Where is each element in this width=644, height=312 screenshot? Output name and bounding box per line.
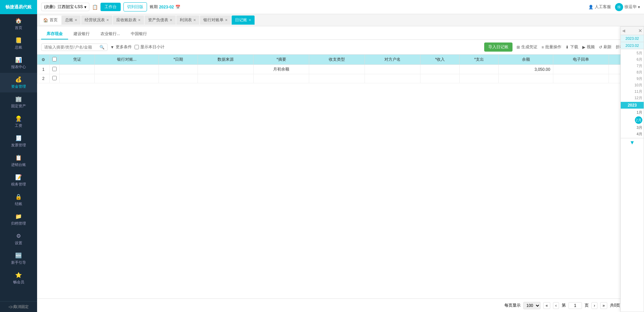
sub-tabbar: 库存现金 建设银行 农业银行... 中国银行 [37,26,644,40]
col-summary: *摘要 [254,55,309,65]
batch-op-button[interactable]: ≡ 批量操作 [541,44,561,50]
row-pay-type [309,65,365,74]
tab-close-status[interactable]: ✕ [106,18,109,22]
tab-general[interactable]: 总账 ✕ [62,16,81,25]
sidebar-item-funds[interactable]: 💰 资金管理 [0,73,37,92]
tab-status[interactable]: 经营状况表 ✕ [81,16,112,25]
workbench-button[interactable]: 工作台 [100,3,121,11]
row-checkbox[interactable] [52,76,57,80]
tab-close-journal[interactable]: ✕ [248,18,251,22]
month-1[interactable]: 1月 [621,109,644,116]
download-button[interactable]: ⬇ 下载 [565,44,578,50]
tab-close-bank[interactable]: ✕ [225,18,228,22]
month-2[interactable]: 2月 [621,116,644,124]
last-page-button[interactable]: » [600,302,607,309]
company-name: (勿删）江西韶宝-LSS [44,4,83,10]
tab-close-assets[interactable]: ✕ [170,18,172,22]
show-daily-checkbox[interactable]: 显示本日小计 [135,44,165,50]
table-wrap: ⚙ 凭证 银行对账... *日期 数据来源 *摘要 收支类型 对方户名 *收入 … [37,54,644,299]
sidebar-item-general[interactable]: 📒 总账 [0,34,37,53]
sidebar-item-salary[interactable]: 👷 工资 [0,112,37,132]
support-link[interactable]: 👤 人工客服 [588,4,611,10]
per-page-select[interactable]: 100 50 200 [523,302,540,309]
home-icon: 🏠 [15,18,22,24]
col-settings[interactable]: ⚙ [37,55,50,65]
tab-journal[interactable]: 日记账 ✕ [232,16,255,25]
table-row: 1 月初余额 3,050.00 [37,65,644,74]
sidebar-item-member[interactable]: ⭐ 畅会员 [0,268,37,288]
refresh-icon: ↺ [599,45,602,50]
select-all-checkbox[interactable] [52,57,57,61]
tabbar: 🏠 首页 总账 ✕ 经营状况表 ✕ 应收账款表 ✕ 资产负债表 ✕ 利润表 ✕ … [37,14,644,26]
copy-icon[interactable]: 📋 [92,4,98,10]
filter-button[interactable]: ▼ 更多条件 [110,44,132,50]
sidebar-item-tax[interactable]: 📝 税务管理 [0,171,37,190]
page-input[interactable] [568,302,582,309]
search-input[interactable] [44,45,98,50]
sidebar-item-settings[interactable]: ⚙ 设置 [0,229,37,249]
row-check[interactable] [50,74,60,83]
row-income [420,65,460,74]
date-panel-down[interactable]: ▼ [630,140,635,145]
refresh-button[interactable]: ↺ 刷新 [599,44,612,50]
month-3[interactable]: 3月 [621,124,644,131]
first-page-button[interactable]: « [543,302,550,309]
table-row: 2 [37,74,644,83]
row-counterparty [365,65,420,74]
sidebar-item-sales[interactable]: 📋 进销台账 [0,151,37,171]
tab-profit[interactable]: 利润表 ✕ [176,16,199,25]
sub-tab-ccb[interactable]: 建设银行 [68,29,95,39]
row-voucher [60,74,95,83]
sidebar-item-archive[interactable]: 📁 归档管理 [0,210,37,229]
next-page-button[interactable]: › [591,302,597,309]
page-of-label: 页 [585,303,589,308]
old-version-button[interactable]: 切到旧版 [123,2,147,11]
closing-icon: 🔒 [15,194,22,200]
sub-tab-cash[interactable]: 库存现金 [41,29,68,39]
tab-assets[interactable]: 资产负债表 ✕ [145,16,176,25]
month-4[interactable]: 4月 [621,131,644,137]
date-panel-prev[interactable]: ◀ [622,28,625,33]
tab-receivable[interactable]: 应收账款表 ✕ [113,16,144,25]
user-menu[interactable]: 徐 徐逗华 ▾ [615,3,640,11]
company-selector[interactable]: (勿删）江西韶宝-LSS ▾ [41,3,89,11]
date-panel-close[interactable]: ✕ [638,28,642,33]
col-pay-type: 收支类型 [309,55,365,65]
reports-icon: 📊 [15,57,22,63]
row-check[interactable] [50,65,60,74]
col-electronic: 电子回单 [553,55,609,65]
sidebar-item-guide[interactable]: 🆕 新手引导 [0,249,37,268]
sidebar-item-invoice[interactable]: 🧾 发票管理 [0,132,37,151]
page-label: 第 [562,303,566,308]
unpin-button[interactable]: ◁◁ 取消固定 [0,301,37,312]
search-box[interactable]: 🔍 [41,44,108,51]
calendar-icon[interactable]: 📅 [175,5,180,9]
video-button[interactable]: ▶ 视频 [582,44,595,50]
tab-close-profit[interactable]: ✕ [193,18,196,22]
sub-tab-abc[interactable]: 农业银行... [95,29,125,39]
home-tab-icon: 🏠 [43,18,48,23]
tab-close-general[interactable]: ✕ [75,18,77,22]
tab-bank[interactable]: 银行对账单 ✕ [200,16,231,25]
row-checkbox[interactable] [52,67,57,71]
sub-tab-boc[interactable]: 中国银行 [125,29,152,39]
tab-close-receivable[interactable]: ✕ [138,18,141,22]
date-row-1[interactable]: 2023.02 [625,36,639,40]
chevron-down-icon: ▾ [638,5,640,9]
prev-page-button[interactable]: ‹ [553,302,559,309]
year-2023-label[interactable]: 2023 [621,102,644,109]
sidebar-item-assets[interactable]: 🏢 固定资产 [0,92,37,112]
period-label: 账期 [150,4,158,10]
show-daily-check[interactable] [135,45,139,49]
sidebar-item-reports[interactable]: 📊 报表中心 [0,53,37,73]
sidebar-item-closing[interactable]: 🔒 结账 [0,190,37,210]
import-button[interactable]: 导入日记账 [484,42,513,52]
tab-home[interactable]: 🏠 首页 [40,16,61,25]
date-row-2[interactable]: 2023.02 [625,44,639,48]
col-check[interactable] [50,55,60,65]
sidebar-item-home[interactable]: 🏠 首页 [0,14,37,34]
row-date [159,74,198,83]
col-counterparty: 对方户名 [365,55,420,65]
generate-voucher-button[interactable]: ⊞ 生成凭证 [517,44,537,50]
row-settings: 2 [37,74,50,83]
